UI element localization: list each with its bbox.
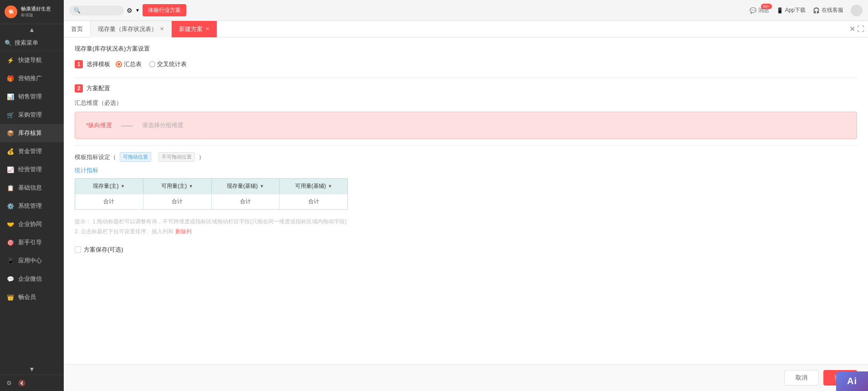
sidebar-item-label: 采购管理 — [18, 111, 42, 119]
dimension-label: 汇总维度（必选） — [75, 99, 857, 107]
dimension-arrow: —— — [121, 122, 133, 129]
main-area: 🔍 ⚙ ▼ 体验行业方案 💬 消息 99+ 📱 App下载 🎧 在线客服 — [64, 0, 868, 391]
sidebar-item-label: 经营管理 — [18, 165, 42, 174]
scroll-down-button[interactable]: ▼ — [0, 364, 64, 375]
tip1: 提示： 1.拖动标题栏可以调整布局，不可跨维度或指标区域拖动栏目字段(只能在同一… — [75, 217, 857, 227]
sidebar-item-inventory[interactable]: 📦 库存核算 — [0, 124, 64, 142]
app-download-group[interactable]: 📱 App下载 — [776, 6, 806, 14]
inventory-icon: 📦 — [6, 129, 15, 137]
headset-icon: 🎧 — [813, 7, 820, 14]
messages-group[interactable]: 💬 消息 99+ — [750, 6, 769, 14]
radio-cross[interactable]: 交叉统计表 — [149, 60, 187, 68]
search-icon: 🔍 — [74, 7, 81, 14]
topbar-right: 💬 消息 99+ 📱 App下载 🎧 在线客服 — [750, 5, 863, 16]
col-available-aux-chevron: ▼ — [328, 184, 332, 189]
messages-badge: 99+ — [761, 4, 771, 9]
tab-new-plan-close-icon[interactable]: ✕ — [205, 26, 209, 32]
customer-service-group[interactable]: 🎧 在线客服 — [813, 6, 843, 14]
close-panel-button[interactable]: ✕ — [849, 25, 855, 33]
sidebar-item-guide[interactable]: 🎯 新手引导 — [0, 233, 64, 252]
col-current-aux-label: 现存量(基辅) — [227, 182, 258, 190]
col-current-main-chevron: ▼ — [120, 184, 125, 189]
sound-icon[interactable]: 🔇 — [18, 380, 26, 386]
sidebar-item-label: 基础信息 — [18, 184, 42, 192]
sidebar: 畅 畅康通好生意 标准版 ▲ 🔍 搜索菜单 ⚡ 快捷导航 🎁 营销推广 📊 销售… — [0, 0, 64, 391]
quick-nav-icon: ⚡ — [6, 56, 15, 64]
scroll-up-button[interactable]: ▲ — [0, 24, 64, 35]
purchase-icon: 🛒 — [6, 111, 15, 119]
sidebar-item-finance[interactable]: 💰 资金管理 — [0, 142, 64, 160]
radio-summary[interactable]: 汇总表 — [116, 60, 142, 68]
phone-icon: 📱 — [776, 7, 783, 14]
operations-icon: 📈 — [6, 165, 15, 174]
sidebar-item-cooperation[interactable]: 🤝 企业协同 — [0, 215, 64, 233]
col-current-aux[interactable]: 现存量(基辅) ▼ — [212, 179, 280, 194]
tip-title: 提示： — [75, 218, 91, 225]
sidebar-item-quick-nav[interactable]: ⚡ 快捷导航 — [0, 51, 64, 69]
radio-summary-label: 汇总表 — [124, 60, 142, 68]
dimension-box[interactable]: *纵向维度 —— 请选择分组维度 — [75, 112, 857, 139]
settings-bottom-icon[interactable]: ⚙ — [6, 380, 12, 386]
marketing-icon: 🎁 — [6, 74, 15, 82]
sidebar-item-app-center[interactable]: 📱 应用中心 — [0, 252, 64, 270]
customer-service-label: 在线客服 — [822, 6, 843, 14]
step1-title: 选择模板 — [87, 60, 110, 68]
tab-new-plan[interactable]: 新建方案 ✕ — [172, 21, 217, 37]
message-icon: 💬 — [750, 7, 756, 14]
app-download-label: App下载 — [785, 6, 806, 14]
step2-section: 2 方案配置 汇总维度（必选） *纵向维度 —— 请选择分组维度 模板指标设定（… — [75, 84, 857, 237]
ai-badge[interactable]: Ai — [836, 371, 868, 391]
sidebar-item-system[interactable]: ⚙️ 系统管理 — [0, 197, 64, 215]
sidebar-item-label: 应用中心 — [18, 257, 42, 265]
cooperation-icon: 🤝 — [6, 220, 15, 228]
app-center-icon: 📱 — [6, 257, 15, 265]
step1-section: 1 选择模板 汇总表 交叉统计表 — [75, 60, 857, 68]
sidebar-search[interactable]: 🔍 搜索菜单 — [0, 35, 64, 51]
sidebar-item-label: 企业微信 — [18, 275, 42, 283]
col-available-main[interactable]: 可用量(主) ▼ — [143, 179, 212, 194]
topbar-search-box[interactable]: 🔍 — [69, 5, 124, 15]
cell-available-main: 合计 — [143, 194, 212, 209]
logo-icon: 畅 — [5, 5, 17, 18]
col-current-main[interactable]: 现存量(主) ▼ — [75, 179, 143, 194]
sidebar-item-sales[interactable]: 📊 销售管理 — [0, 87, 64, 106]
col-available-main-label: 可用量(主) — [161, 182, 187, 190]
sidebar-item-purchase[interactable]: 🛒 采购管理 — [0, 106, 64, 124]
app-version: 标准版 — [21, 12, 51, 18]
tab-home[interactable]: 首页 — [64, 21, 91, 37]
tab-inventory-close-icon[interactable]: ✕ — [160, 26, 164, 32]
save-option[interactable]: 方案保存(可选) — [75, 246, 857, 254]
tab-inventory-status[interactable]: 现存量（库存状况表） ✕ — [91, 21, 172, 37]
industry-plan-button[interactable]: 体验行业方案 — [143, 4, 186, 16]
basic-info-icon: 📋 — [6, 184, 15, 192]
sidebar-item-member[interactable]: 👑 畅会员 — [0, 288, 64, 306]
radio-summary-circle — [116, 61, 122, 67]
step1-badge: 1 — [75, 60, 83, 68]
topbar-gear-icon[interactable]: ⚙ — [127, 7, 133, 14]
dimension-placeholder: 请选择分组维度 — [142, 121, 184, 129]
sidebar-item-wechat[interactable]: 💬 企业微信 — [0, 270, 64, 288]
content-area: 现存量(库存状况表)方案设置 1 选择模板 汇总表 交叉统计表 — [64, 37, 868, 364]
step2-badge: 2 — [75, 84, 83, 93]
expand-panel-button[interactable]: ⛶ — [857, 25, 864, 33]
save-checkbox[interactable] — [75, 247, 81, 253]
cancel-button[interactable]: 取消 — [784, 370, 819, 386]
user-avatar[interactable] — [851, 5, 863, 16]
sidebar-item-label: 资金管理 — [18, 147, 42, 155]
template-radio-group: 汇总表 交叉统计表 — [116, 60, 187, 68]
page-title: 现存量(库存状况表)方案设置 — [75, 45, 857, 53]
tabbar-right: ✕ ⛶ — [849, 25, 868, 33]
save-option-label: 方案保存(可选) — [84, 246, 123, 254]
sidebar-item-operations[interactable]: 📈 经营管理 — [0, 160, 64, 179]
col-current-aux-chevron: ▼ — [260, 184, 264, 189]
stats-table-row: 合计 合计 合计 合计 — [75, 194, 347, 209]
step1-header: 1 选择模板 汇总表 交叉统计表 — [75, 60, 857, 68]
stats-title: 统计指标 — [75, 166, 857, 175]
bottom-bar: 取消 查询 — [64, 364, 868, 391]
sidebar-item-marketing[interactable]: 🎁 营销推广 — [0, 69, 64, 87]
col-available-aux[interactable]: 可用量(基辅) ▼ — [280, 179, 347, 194]
sidebar-item-basic-info[interactable]: 📋 基础信息 — [0, 179, 64, 197]
cell-available-aux: 合计 — [280, 194, 347, 209]
sidebar-item-label: 营销推广 — [18, 74, 42, 82]
system-icon: ⚙️ — [6, 202, 15, 210]
